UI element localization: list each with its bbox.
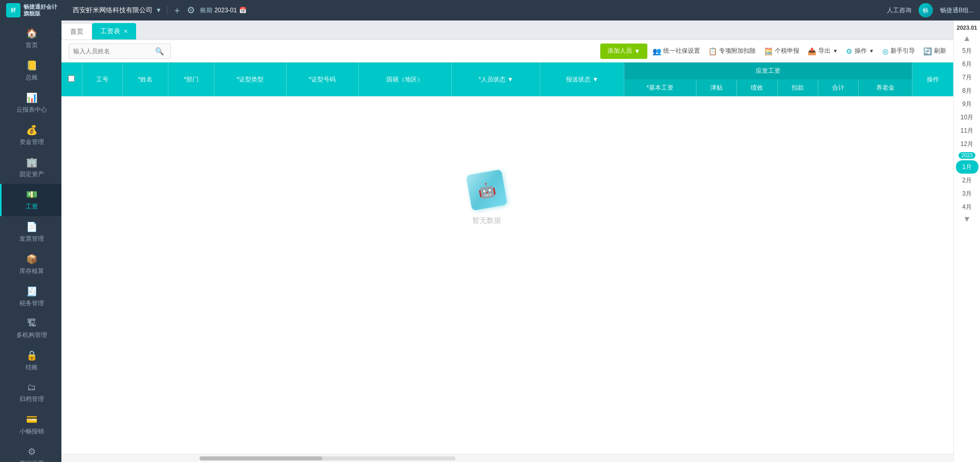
add-person-button[interactable]: 添加人员 ▼ xyxy=(600,44,647,59)
add-dropdown-icon: ▼ xyxy=(634,48,640,55)
month-nav-down[interactable]: ▼ xyxy=(962,214,973,225)
ledger-icon: 📒 xyxy=(26,60,37,71)
tab-close-icon[interactable]: ✕ xyxy=(123,28,128,35)
calendar-icon[interactable]: 📅 xyxy=(239,7,247,14)
month-item-5[interactable]: 5月 xyxy=(956,44,978,57)
sidebar-label-multi: 多机构管理 xyxy=(16,331,47,340)
table-header-row1: 工号 *姓名 *部门 *证型类型 *证型号码 国籍（地区） *人员状态 ▼ 报送… xyxy=(61,62,953,79)
sidebar-item-ledger[interactable]: 📒 总账 xyxy=(0,55,61,87)
scroll-thumb[interactable] xyxy=(200,456,322,460)
th-performance: 绩效 xyxy=(737,79,777,96)
app-logo-text: 畅捷通好会计 旗舰版 xyxy=(24,4,57,17)
search-wrap: 🔍 xyxy=(69,44,171,59)
scroll-bar[interactable] xyxy=(61,454,953,462)
export-btn[interactable]: 📤 导出 ▼ xyxy=(808,47,838,55)
sidebar-label-close: 结账 xyxy=(26,363,38,372)
sidebar-item-multi[interactable]: 🏗 多机构管理 xyxy=(0,313,61,345)
close-period-icon: 🔒 xyxy=(26,350,37,361)
avatar: 畅 xyxy=(919,3,933,17)
extra-deduct-btn[interactable]: 📋 专项附加扣除 xyxy=(708,47,756,55)
personal-tax-icon: 🧮 xyxy=(764,47,773,55)
tab-home-label: 首页 xyxy=(70,27,83,36)
select-all-checkbox[interactable] xyxy=(68,75,75,82)
help-label[interactable]: 人工咨询 xyxy=(887,6,911,15)
export-icon: 📤 xyxy=(808,47,816,55)
th-checkbox[interactable] xyxy=(61,62,82,96)
refresh-btn[interactable]: 🔄 刷新 xyxy=(923,47,946,55)
company-dropdown-icon[interactable]: ▼ xyxy=(156,7,162,14)
search-input[interactable] xyxy=(73,48,155,55)
sidebar-item-close[interactable]: 🔒 结账 xyxy=(0,345,61,377)
sidebar: 🏠 首页 📒 总账 📊 云报表中心 💰 资金管理 🏢 固定资产 💵 工资 📄 发… xyxy=(0,20,61,462)
app-logo-icon: 好 xyxy=(6,3,20,17)
sidebar-item-fund[interactable]: 💰 资金管理 xyxy=(0,119,61,152)
sidebar-item-home[interactable]: 🏠 首页 xyxy=(0,23,61,55)
settings-sidebar-icon: ⚙ xyxy=(28,446,36,457)
tab-home[interactable]: 首页 xyxy=(61,23,92,39)
salary-table: 工号 *姓名 *部门 *证型类型 *证型号码 国籍（地区） *人员状态 ▼ 报送… xyxy=(61,62,953,301)
month-item-4[interactable]: 4月 xyxy=(956,200,978,214)
month-item-3[interactable]: 3月 xyxy=(956,187,978,200)
sidebar-item-salary[interactable]: 💵 工资 xyxy=(0,184,61,216)
add-company-button[interactable]: ＋ xyxy=(172,4,182,16)
month-item-6[interactable]: 6月 xyxy=(956,57,978,71)
sidebar-label-inventory: 库存核算 xyxy=(19,267,44,276)
social-security-icon: 👥 xyxy=(652,47,661,55)
month-item-7[interactable]: 7月 xyxy=(956,71,978,84)
expense-icon: 💳 xyxy=(26,414,37,425)
tab-salary[interactable]: 工资表 ✕ xyxy=(92,23,136,39)
guide-btn[interactable]: ◎ 新手引导 xyxy=(882,47,915,55)
sidebar-label-settings: 基础设置 xyxy=(19,459,44,462)
asset-icon: 🏢 xyxy=(26,157,37,168)
top-header: 好 畅捷通好会计 旗舰版 西安虾米网络科技有限公司 ▼ ＋ ⚙ 账期 2023-… xyxy=(0,0,980,20)
export-dropdown-icon: ▼ xyxy=(833,48,838,54)
month-item-2[interactable]: 2月 xyxy=(956,174,978,187)
month-item-1[interactable]: 1月 xyxy=(956,160,978,174)
home-icon: 🏠 xyxy=(26,28,37,39)
empty-text: 暂无数据 xyxy=(472,216,501,225)
personal-tax-btn[interactable]: 🧮 个税申报 xyxy=(764,47,799,55)
sidebar-item-expense[interactable]: 💳 小畅报销 xyxy=(0,409,61,441)
social-security-btn[interactable]: 👥 统一社保设置 xyxy=(652,47,700,55)
report-icon: 📊 xyxy=(26,92,37,103)
operations-btn[interactable]: ⚙ 操作 ▼ xyxy=(846,47,874,55)
sidebar-item-archive[interactable]: 🗂 归档管理 xyxy=(0,377,61,409)
sidebar-label-tax: 税务管理 xyxy=(19,299,44,308)
sidebar-item-report[interactable]: 📊 云报表中心 xyxy=(0,87,61,119)
company-selector[interactable]: 西安虾米网络科技有限公司 ▼ xyxy=(68,6,167,15)
sidebar-item-asset[interactable]: 🏢 固定资产 xyxy=(0,152,61,184)
th-report-status: 报送状态 ▼ xyxy=(540,62,624,96)
month-item-11[interactable]: 11月 xyxy=(956,124,978,137)
scroll-track[interactable] xyxy=(200,456,455,460)
guide-toolbar-icon: ◎ xyxy=(882,47,888,55)
month-nav-up[interactable]: ▲ xyxy=(962,33,973,44)
month-item-12[interactable]: 12月 xyxy=(956,137,978,151)
multi-icon: 🏗 xyxy=(27,318,36,329)
sidebar-label-ledger: 总账 xyxy=(26,73,38,82)
sidebar-label-fund: 资金管理 xyxy=(19,138,44,146)
sidebar-item-settings[interactable]: ⚙ 基础设置 xyxy=(0,441,61,462)
month-item-8[interactable]: 8月 xyxy=(956,84,978,97)
operations-icon: ⚙ xyxy=(846,47,853,55)
th-person-status: *人员状态 ▼ xyxy=(451,62,540,96)
tab-bar: 首页 工资表 ✕ xyxy=(61,20,953,40)
month-item-10[interactable]: 10月 xyxy=(956,111,978,124)
header-actions: ＋ ⚙ 账期 2023-01 📅 xyxy=(167,4,252,16)
empty-icon: 🤖 xyxy=(466,169,508,211)
sidebar-item-inventory[interactable]: 📦 库存核算 xyxy=(0,248,61,281)
month-item-9[interactable]: 9月 xyxy=(956,97,978,111)
sidebar-label-invoice: 发票管理 xyxy=(19,235,44,243)
content-area: 首页 工资表 ✕ 🔍 添加人员 ▼ 👥 统一社保设置 xyxy=(61,20,953,462)
tab-salary-label: 工资表 xyxy=(100,27,120,36)
search-icon: 🔍 xyxy=(155,47,164,55)
sidebar-item-invoice[interactable]: 📄 发票管理 xyxy=(0,216,61,248)
sidebar-label-salary: 工资 xyxy=(26,202,38,211)
settings-icon[interactable]: ⚙ xyxy=(187,5,195,16)
period-label: 账期 2023-01 📅 xyxy=(200,6,247,15)
sidebar-item-tax[interactable]: 🧾 税务管理 xyxy=(0,281,61,313)
th-id-type: *证型类型 xyxy=(214,62,286,96)
th-deduction: 扣款 xyxy=(777,79,818,96)
salary-icon: 💵 xyxy=(26,189,37,200)
sidebar-label-report: 云报表中心 xyxy=(16,106,47,114)
table-wrap: 工号 *姓名 *部门 *证型类型 *证型号码 国籍（地区） *人员状态 ▼ 报送… xyxy=(61,62,953,454)
